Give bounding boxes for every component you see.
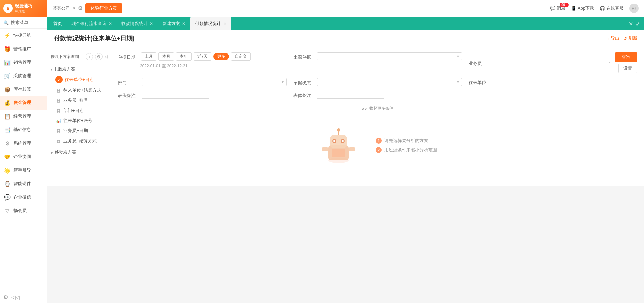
scheme-settings-btn[interactable]: ⚙ [95,53,103,60]
tab-close-all-icon[interactable]: ✕ [628,21,633,27]
filter-doc-status-label: 单据状态 [293,78,314,86]
sidebar-item-label: 营销推广 [13,46,31,52]
scheme-item-icon: ▦ [55,108,61,114]
scheme-item-label: 部门+日期 [63,108,84,114]
filter-date-label: 单据日期 [118,53,138,60]
sidebar-item-capital[interactable]: 💰 资金管理 [0,96,47,110]
header-gear-icon[interactable]: ⚙ [78,5,83,11]
tab-income-label: 收款情况统计 [121,21,148,27]
settings-btn[interactable]: 设置 [618,64,637,73]
message-badge: 99+ [560,3,569,7]
filter-source-select[interactable]: ▾ [317,52,462,60]
sidebar-item-label: 销售管理 [13,59,31,65]
page-title: 付款情况统计(往来单位+日期) [54,34,135,42]
export-btn[interactable]: ↑ 导出 [607,35,620,41]
sidebar-item-label: 快捷导航 [13,32,31,38]
tab-income-close[interactable]: ✕ [150,21,153,26]
tab-payment-label: 付款情况统计 [195,21,221,27]
refresh-btn[interactable]: ↺ 刷新 [623,35,637,41]
scheme-item-label: 业务员+账号 [63,97,88,103]
date-btn-custom[interactable]: 自定义 [231,52,251,61]
app-icon: 📱 [571,6,576,11]
sidebar-item-member[interactable]: ▽ 畅会员 [0,204,47,217]
trial-btn[interactable]: 体验行业方案 [85,3,122,13]
tab-new-scheme-close[interactable]: ✕ [182,21,185,26]
empty-illustration [318,127,359,167]
message-action[interactable]: 💬 消息 99+ [550,5,565,11]
sidebar-item-basic[interactable]: 📑 基础信息 [0,123,47,137]
date-btn-more[interactable]: 更多 [213,53,229,60]
scheme-item-unit-date[interactable]: ✓ 往来单位+日期 [47,74,111,85]
service-action[interactable]: 🎧 在线客服 [599,5,624,11]
filter-body-note-input[interactable] [317,91,384,99]
message-icon: 💬 [550,6,555,11]
sidebar-item-system[interactable]: ⚙ 系统管理 [0,137,47,150]
date-btn-this-year[interactable]: 本年 [176,52,192,61]
scheme-pc-group-title[interactable]: ▾ 电脑端方案 [47,65,111,74]
settings-footer-icon[interactable]: ⚙ [3,294,8,300]
tab-bank-close[interactable]: ✕ [109,21,112,26]
tab-expand-icon[interactable]: ⤢ [636,21,640,27]
tab-bank[interactable]: 现金银行流水查询 ✕ [67,17,117,30]
scheme-pc-group-arrow: ▾ [51,68,52,71]
sidebar-item-marketing[interactable]: 🎁 营销推广 [0,42,47,56]
filter-dept-select[interactable]: ▾ [142,78,287,86]
company-dropdown-icon[interactable]: ▾ [73,6,75,11]
scheme-toolbar-buttons: + ⚙ ◁ [86,53,108,60]
tab-new-scheme[interactable]: 新建方案 ✕ [158,17,190,30]
sidebar-item-quick-nav[interactable]: ⚡ 快捷导航 [0,29,47,42]
filter-doc-status: 单据状态 ▾ [293,78,462,86]
main-panel: 单据日期 上月 本月 本年 近7天 更多 自定义 2022-01-0 [111,47,644,186]
collapse-more-btn[interactable]: ∧∧ 收起更多条件 [360,103,396,113]
sidebar-item-purchase[interactable]: 🛒 采购管理 [0,69,47,83]
scheme-item-unit-settle[interactable]: ▦ 往来单位+结算方式 [47,85,111,95]
collapse-section: ∧∧ 收起更多条件 [118,103,637,113]
collapse-sidebar-icon[interactable]: ◁◁ [11,294,20,300]
service-label: 在线客服 [606,5,624,11]
filter-query-actions: 查询 设置 [615,52,637,73]
scheme-item-salesman-account[interactable]: ▦ 业务员+账号 [47,95,111,105]
sidebar-item-label: 经营管理 [13,113,31,119]
scheme-add-btn[interactable]: + [86,53,93,60]
svg-point-8 [337,128,340,132]
sidebar-item-inventory[interactable]: 📦 库存核算 [0,83,47,96]
sidebar-item-weixin[interactable]: 💬 企业微信 [0,190,47,204]
date-btn-7days[interactable]: 近7天 [194,52,211,61]
sidebar-item-label: 新手引导 [13,167,31,173]
search-menu[interactable]: 🔍 搜索菜单 [0,17,47,29]
brand-sub: 标准版 [15,9,32,14]
sidebar-item-operation[interactable]: 📋 经营管理 [0,110,47,123]
tab-bar-actions: ✕ ⤢ [626,21,643,27]
sidebar-item-sales[interactable]: 📊 销售管理 [0,56,47,69]
app-download-action[interactable]: 📱 App下载 [571,5,594,11]
scheme-item-icon: ▦ [55,128,61,134]
refresh-label: 刷新 [628,35,637,41]
filter-header-note-label: 表头备注 [118,91,138,99]
scheme-item-unit-account[interactable]: 📊 往来单位+账号 [47,116,111,126]
tab-payment-close[interactable]: ✕ [223,21,227,26]
tab-payment[interactable]: 付款情况统计 ✕ [190,17,231,30]
scheme-item-salesman-date[interactable]: ▦ 业务员+日期 [47,126,111,136]
robot-svg [318,127,359,167]
scheme-collapse-btn[interactable]: ◁ [105,54,108,59]
filter-header-note-input[interactable] [142,91,209,99]
inventory-icon: 📦 [4,86,11,93]
user-avatar[interactable]: Rit [629,4,639,13]
sidebar-item-hardware[interactable]: ⌚ 智能硬件 [0,177,47,190]
date-btn-last-month[interactable]: 上月 [141,52,156,61]
date-range: 2022-01-01 至 2022-12-31 [140,63,187,69]
filter-doc-status-select[interactable]: ▾ [317,78,462,86]
sidebar-item-guide[interactable]: 🌟 新手引导 [0,163,47,177]
filter-counterparty-dots[interactable]: ··· [633,79,637,85]
tab-home[interactable]: 首页 [49,17,67,30]
scheme-item-salesman-settle[interactable]: ▦ 业务员+结算方式 [47,136,111,146]
scheme-mobile-group-title[interactable]: ▶ 移动端方案 [47,148,111,157]
query-btn[interactable]: 查询 [615,52,637,62]
scheme-item-dept-date[interactable]: ▦ 部门+日期 [47,105,111,116]
svg-point-5 [333,140,335,142]
tab-income[interactable]: 收款情况统计 ✕ [117,17,158,30]
filter-counterparty: 往来单位 ··· [469,78,637,86]
sidebar-item-enterprise[interactable]: 🤝 企业协同 [0,150,47,163]
date-btn-this-month[interactable]: 本月 [158,52,174,61]
filter-salesman-dots[interactable]: ··· [607,60,612,66]
